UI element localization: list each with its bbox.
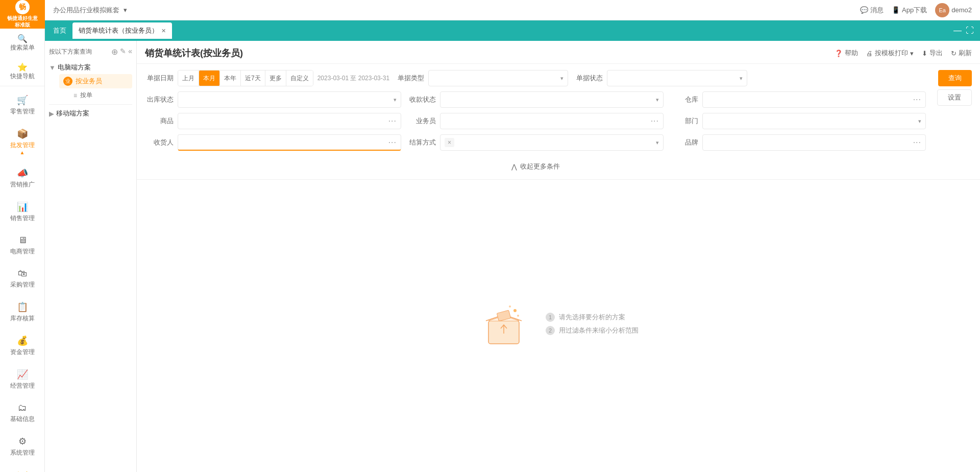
tree-mobile-section[interactable]: ▶ 移动端方案 <box>49 107 132 120</box>
export-button[interactable]: ⬇ 导出 <box>922 49 943 58</box>
print-icon: 🖨 <box>866 50 873 57</box>
tab-home[interactable]: 首页 <box>47 22 72 39</box>
consignee-input[interactable]: ··· <box>178 134 401 151</box>
svg-point-1 <box>513 309 517 312</box>
sidebar-item-coop[interactable]: 🤝 企业协同 <box>0 463 44 472</box>
setting-button[interactable]: 设置 <box>937 89 972 106</box>
warehouse-label: 仓库 <box>670 95 698 104</box>
date-tab-more[interactable]: 更多 <box>265 70 286 86</box>
quick-nav-item[interactable]: ⭐ 快捷导航 <box>0 57 44 86</box>
salesperson-filter-label: 业务员 <box>407 116 436 126</box>
salesperson-dots: ··· <box>651 116 659 126</box>
tab-minimize-icon[interactable]: — <box>953 26 962 35</box>
doc-type-label: 单据类型 <box>396 74 424 83</box>
hint-text-2: 用过滤条件来缩小分析范围 <box>559 326 639 335</box>
salesperson-input[interactable]: ··· <box>440 113 664 129</box>
recv-status-select[interactable]: ▾ <box>440 91 664 108</box>
sidebar-item-system[interactable]: ⚙ 系统管理 <box>0 430 44 463</box>
sidebar-item-operation[interactable]: 📈 经营管理 <box>0 363 44 396</box>
payment-tag-close[interactable]: × <box>448 139 451 146</box>
sidebar-item-inventory[interactable]: 📋 库存核算 <box>0 295 44 329</box>
tree-section: ▼ 电脑端方案 业 按业务员 ≡ 按单 <box>45 61 136 120</box>
sidebar-item-marketing[interactable]: 📣 营销推广 <box>0 161 44 195</box>
wholesale-icon: 📦 <box>17 128 28 139</box>
collapse-button[interactable]: ⋀ 收起更多条件 <box>511 158 560 173</box>
finance-icon: 💰 <box>17 335 28 346</box>
salesperson-group: 业务员 ··· <box>407 113 664 129</box>
user-profile[interactable]: Ea demo2 <box>935 3 972 17</box>
collapse-panel-icon[interactable]: « <box>128 47 132 57</box>
dept-group: 部门 ▾ <box>670 113 926 129</box>
sales-label: 销售管理 <box>10 214 35 223</box>
left-panel-title: 按以下方案查询 <box>49 48 92 56</box>
sidebar-item-basic[interactable]: 🗂 基础信息 <box>0 396 44 430</box>
sidebar-item-retail[interactable]: 🛒 零售管理 <box>0 88 44 122</box>
tab-maximize-icon[interactable]: ⛶ <box>966 26 974 35</box>
out-status-label: 出库状态 <box>145 95 174 104</box>
recv-status-group: 收款状态 ▾ <box>407 91 664 108</box>
query-button[interactable]: 查询 <box>938 70 972 86</box>
date-tab-last-month[interactable]: 上月 <box>178 70 199 86</box>
retail-icon: 🛒 <box>17 95 28 106</box>
message-button[interactable]: 💬 消息 <box>860 6 884 15</box>
breadcrumb-dropdown-icon[interactable]: ▾ <box>124 6 127 14</box>
template-print-button[interactable]: 🖨 按模板打印 ▾ <box>866 49 914 58</box>
refresh-icon: ↻ <box>951 50 957 57</box>
sidebar-nav: 🔍 搜索菜单 ⭐ 快捷导航 🛒 零售管理 📦 批发管理 ▲ 📣 营销推广 📊 销… <box>0 29 44 472</box>
operation-label: 经营管理 <box>10 382 35 390</box>
payment-select[interactable]: × ▾ <box>440 134 664 151</box>
date-tab-custom[interactable]: 自定义 <box>286 70 313 86</box>
hint-text-1: 请先选择要分析的方案 <box>559 313 625 322</box>
search-menu-item[interactable]: 🔍 搜索菜单 <box>0 29 44 57</box>
help-button[interactable]: ❓ 帮助 <box>835 49 858 58</box>
payment-arrow: ▾ <box>656 139 659 146</box>
tree-sub-item-order[interactable]: ≡ 按单 <box>59 88 132 102</box>
tab-bar-right: — ⛶ <box>953 26 978 35</box>
tab-report[interactable]: 销货单统计表（按业务员） ✕ <box>72 22 172 39</box>
inventory-label: 库存核算 <box>10 314 35 323</box>
main-area: 办公用品行业模拟账套 ▾ 💬 消息 📱 App下载 Ea demo2 首页 <box>45 0 980 472</box>
out-status-select[interactable]: ▾ <box>178 91 401 108</box>
export-label: 导出 <box>929 49 943 58</box>
empty-text: 1 请先选择要分析的方案 2 用过滤条件来缩小分析范围 <box>546 313 639 339</box>
tree-divider <box>49 104 132 105</box>
goods-input[interactable]: ··· <box>178 113 401 129</box>
sidebar-item-finance[interactable]: 💰 资金管理 <box>0 329 44 363</box>
sidebar-item-purchase[interactable]: 🛍 采购管理 <box>0 262 44 295</box>
action-buttons: 查询 设置 <box>934 64 980 179</box>
date-tab-this-month[interactable]: 本月 <box>199 70 220 86</box>
sales-icon: 📊 <box>17 201 28 213</box>
filter-area: 单据日期 上月 本月 本年 近7天 更多 自定义 2023-03-01 至 20… <box>137 64 934 179</box>
dept-select[interactable]: ▾ <box>702 113 926 129</box>
system-label: 系统管理 <box>10 449 35 457</box>
salesperson-icon-text: 业 <box>65 78 70 85</box>
page-header: 销货单统计表(按业务员) ❓ 帮助 🖨 按模板打印 ▾ ⬇ 导出 <box>137 41 980 64</box>
tree-pc-section[interactable]: ▼ 电脑端方案 <box>49 61 132 74</box>
doc-type-select[interactable]: ▾ <box>428 70 568 86</box>
dept-label: 部门 <box>670 116 698 126</box>
app-download-button[interactable]: 📱 App下载 <box>892 6 927 15</box>
date-tab-last7[interactable]: 近7天 <box>241 70 265 86</box>
purchase-label: 采购管理 <box>10 280 35 289</box>
consignee-dots: ··· <box>388 138 397 147</box>
refresh-button[interactable]: ↻ 刷新 <box>951 49 972 58</box>
sidebar-item-wholesale[interactable]: 📦 批发管理 ▲ <box>0 122 44 161</box>
date-tab-this-year[interactable]: 本年 <box>220 70 241 86</box>
payment-label: 结算方式 <box>407 138 436 147</box>
filter-section: 单据日期 上月 本月 本年 近7天 更多 自定义 2023-03-01 至 20… <box>145 70 926 173</box>
tab-close-icon[interactable]: ✕ <box>161 28 166 34</box>
hint-num-1: 1 <box>546 313 555 322</box>
out-status-group: 出库状态 ▾ <box>145 91 401 108</box>
warehouse-input[interactable]: ··· <box>702 91 926 108</box>
warehouse-dots: ··· <box>913 95 921 104</box>
doc-status-select[interactable]: ▾ <box>607 70 747 86</box>
edit-scheme-icon[interactable]: ✎ <box>120 47 126 57</box>
recv-status-arrow: ▾ <box>656 97 659 103</box>
brand-input[interactable]: ··· <box>702 134 926 151</box>
tree-item-salesperson[interactable]: 业 按业务员 <box>59 74 132 88</box>
sidebar-item-ecom[interactable]: 🖥 电商管理 <box>0 229 44 262</box>
breadcrumb: 办公用品行业模拟账套 <box>53 6 119 15</box>
sidebar-item-sales[interactable]: 📊 销售管理 <box>0 195 44 229</box>
empty-state: 1 请先选择要分析的方案 2 用过滤条件来缩小分析范围 <box>137 180 980 472</box>
add-scheme-icon[interactable]: ⊕ <box>111 47 118 57</box>
